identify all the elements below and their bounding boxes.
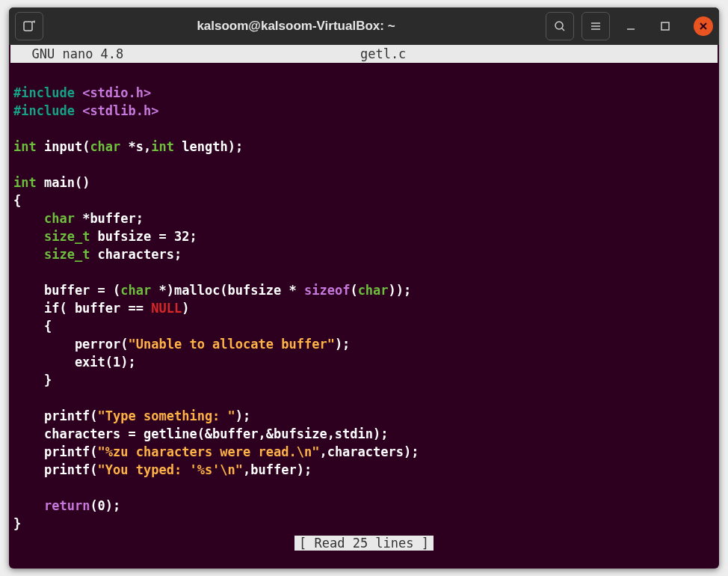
tok-type: char [120,283,151,298]
tok-id: printf( [13,462,98,477]
nano-status: [ Read 25 lines ] [10,534,718,552]
minimize-button[interactable] [617,13,644,40]
tok-id: ,characters); [319,444,419,459]
nano-filename: getl.c [123,45,718,63]
tok-brace: { [13,193,21,208]
tok-type: size_t [44,229,90,244]
tok-id: main() [37,175,90,190]
tok-string: "You typed: '%s'\n" [98,462,243,477]
tok-id: buffer = ( [13,283,120,298]
tok-id: )); [389,283,412,298]
tok-type: char [44,211,75,226]
tok-brace: { [44,319,52,334]
svg-point-3 [555,22,563,29]
tok-id: *)malloc(bufsize * [151,283,304,298]
terminal-window: kalsoom@kalsoom-VirtualBox: ~ GNU nano 4… [9,7,719,569]
tok-id: perror( [13,337,129,352]
tok-include: #include [13,103,75,118]
tok-id: exit(1); [13,355,136,370]
tok-id: ); [235,408,250,423]
tok-id: characters; [90,247,182,262]
tok-id: *s, [120,139,151,154]
search-button[interactable] [546,12,574,40]
tok-type: char [358,283,389,298]
tok-include: #include [13,85,75,100]
tok-brace: } [13,516,21,531]
tok-type: char [90,139,120,154]
tok-id: ); [335,337,350,352]
tok-id: printf( [13,444,98,459]
nano-header: GNU nano 4.8 getl.c [10,45,718,63]
tok-type: int [13,175,37,190]
tok-id: *buffer; [75,211,144,226]
tok-null: NULL [151,301,182,316]
tok-string: "Type something: " [98,408,235,423]
close-button[interactable] [694,16,713,36]
tok-id: ) [182,301,189,316]
tok-id: printf( [13,408,98,423]
tok-id: ,buffer); [243,462,312,477]
titlebar: kalsoom@kalsoom-VirtualBox: ~ [9,7,719,45]
tok-header: <stdlib.h> [82,103,158,118]
nano-shortcuts: ^G Get Help ^O Write Out ^W Where Is ^K … [10,552,718,576]
tok-id: characters = getline(&buffer,&bufsize,st… [13,426,389,441]
tok-id: bufsize = 32; [90,229,197,244]
terminal-body[interactable]: GNU nano 4.8 getl.c #include <stdio.h> #… [9,45,719,576]
tok-string: "Unable to allocate buffer" [129,337,335,352]
tok-id: input( [37,139,90,154]
tok-type: int [151,139,174,154]
tok-string: "%zu characters were read.\n" [98,444,320,459]
tok-id: (0); [90,498,120,513]
tok-id: if( buffer == [13,301,151,316]
tok-id: ( [350,283,357,298]
code-area[interactable]: #include <stdio.h> #include <stdlib.h> i… [10,63,718,533]
maximize-button[interactable] [652,13,679,40]
new-tab-button[interactable] [15,12,43,40]
tok-type: int [13,139,37,154]
tok-kw: return [44,498,90,513]
nano-app: GNU nano 4.8 [31,46,123,61]
svg-line-4 [562,28,564,31]
tok-type: size_t [44,247,90,262]
tok-brace: } [44,373,52,387]
tok-id: length); [174,139,243,154]
nano-status-text: [ Read 25 lines ] [294,536,434,551]
tok-kw: sizeof [304,283,350,298]
svg-rect-9 [661,22,669,30]
tok-header: <stdio.h> [82,85,151,100]
svg-rect-0 [24,22,32,31]
hamburger-menu-button[interactable] [582,12,610,40]
window-title: kalsoom@kalsoom-VirtualBox: ~ [46,19,546,34]
